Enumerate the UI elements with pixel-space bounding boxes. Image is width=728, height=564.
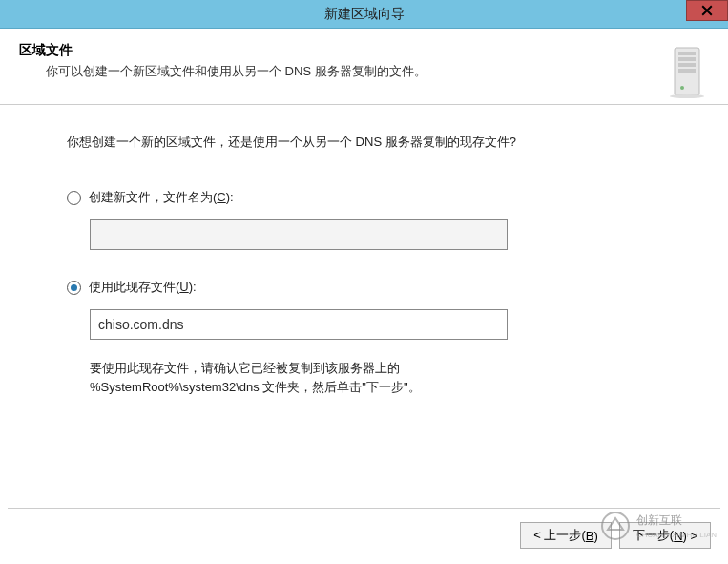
server-icon (669, 46, 711, 99)
option-existing-group: 使用此现存文件(U): 要使用此现存文件，请确认它已经被复制到该服务器上的 %S… (67, 279, 661, 396)
radio-existing-label: 使用此现存文件(U): (89, 279, 197, 296)
watermark-logo: 创新互联 CHUANG XIN HU LIAN (598, 509, 722, 547)
header-subtitle: 你可以创建一个新区域文件和使用从另一个 DNS 服务器复制的文件。 (19, 63, 709, 80)
new-file-name-input (90, 219, 508, 250)
question-text: 你想创建一个新的区域文件，还是使用一个从另一个 DNS 服务器复制的现存文件? (67, 134, 661, 151)
wizard-content: 你想创建一个新的区域文件，还是使用一个从另一个 DNS 服务器复制的现存文件? … (0, 105, 728, 434)
svg-text:创新互联: 创新互联 (636, 513, 682, 527)
radio-create-label: 创建新文件，文件名为(C): (89, 189, 234, 206)
radio-icon (67, 191, 81, 205)
note-text: 要使用此现存文件，请确认它已经被复制到该服务器上的 %SystemRoot%\s… (90, 359, 661, 396)
window-title: 新建区域向导 (324, 6, 405, 23)
option-create-group: 创建新文件，文件名为(C): (67, 189, 661, 250)
titlebar: 新建区域向导 (0, 0, 728, 29)
svg-rect-3 (678, 63, 696, 67)
svg-rect-2 (678, 57, 696, 61)
radio-create-new-file[interactable]: 创建新文件，文件名为(C): (67, 189, 661, 206)
existing-file-name-input[interactable] (90, 309, 508, 340)
radio-icon (67, 281, 81, 295)
svg-point-6 (670, 94, 704, 98)
close-icon (701, 5, 713, 16)
svg-point-5 (680, 86, 684, 90)
radio-use-existing-file[interactable]: 使用此现存文件(U): (67, 279, 661, 296)
close-button[interactable] (686, 0, 728, 21)
wizard-header: 区域文件 你可以创建一个新区域文件和使用从另一个 DNS 服务器复制的文件。 (0, 29, 728, 105)
svg-text:CHUANG XIN HU LIAN: CHUANG XIN HU LIAN (636, 531, 717, 539)
header-title: 区域文件 (19, 42, 709, 59)
svg-rect-4 (678, 69, 696, 73)
svg-rect-1 (678, 52, 696, 55)
